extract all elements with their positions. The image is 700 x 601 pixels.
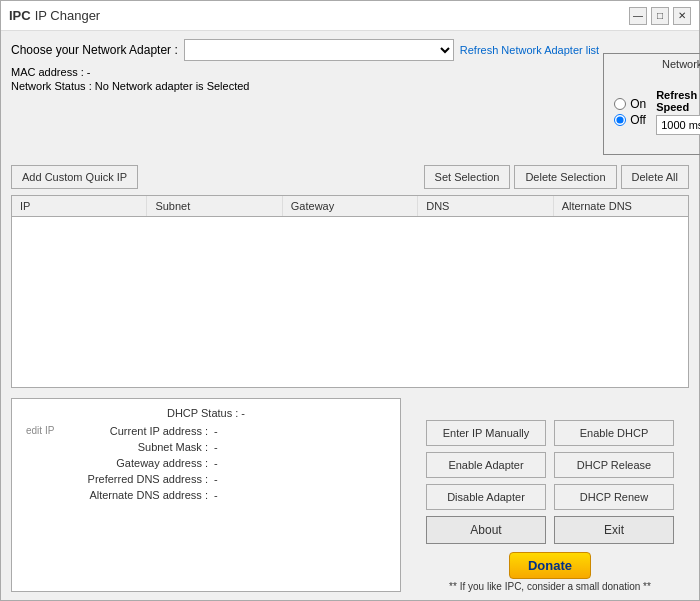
- subnet-label: Subnet Mask :: [64, 441, 214, 453]
- adapter-label: Choose your Network Adapter :: [11, 43, 178, 57]
- enter-ip-manually-button[interactable]: Enter IP Manually: [426, 420, 546, 446]
- dns-value: -: [214, 473, 218, 485]
- dns-row: Preferred DNS address : -: [64, 473, 388, 485]
- main-window: IPC IP Changer — □ ✕ Choose your Network…: [0, 0, 700, 601]
- delete-all-button[interactable]: Delete All: [621, 165, 689, 189]
- maximize-button[interactable]: □: [651, 7, 669, 25]
- toolbar-right-btns: Set Selection Delete Selection Delete Al…: [424, 165, 689, 189]
- col-ip: IP: [12, 196, 147, 216]
- network-usage-inner: On Off Refresh Speed 1000 ms 500 ms: [614, 74, 700, 150]
- add-custom-quick-ip-button[interactable]: Add Custom Quick IP: [11, 165, 138, 189]
- radio-off-row: Off: [614, 113, 646, 127]
- gateway-label: Gateway address :: [64, 457, 214, 469]
- set-selection-button[interactable]: Set Selection: [424, 165, 511, 189]
- exit-button[interactable]: Exit: [554, 516, 674, 544]
- col-dns: DNS: [418, 196, 553, 216]
- enable-dhcp-button[interactable]: Enable DHCP: [554, 420, 674, 446]
- radio-on[interactable]: [614, 98, 626, 110]
- ip-table: IP Subnet Gateway DNS Alternate DNS: [11, 195, 689, 388]
- alt-dns-label: Alternate DNS address :: [64, 489, 214, 501]
- dhcp-value: -: [241, 407, 245, 419]
- radio-off-label: Off: [630, 113, 646, 127]
- btn-row-1: Enter IP Manually Enable DHCP: [411, 420, 689, 446]
- refresh-adapter-link[interactable]: Refresh Network Adapter list: [460, 44, 599, 56]
- btn-row-2: Enable Adapter DHCP Release: [411, 452, 689, 478]
- col-gateway: Gateway: [283, 196, 418, 216]
- refresh-speed-label: Refresh Speed: [656, 89, 700, 113]
- donate-section: Donate ** If you like IPC, consider a sm…: [449, 552, 651, 592]
- subnet-value: -: [214, 441, 218, 453]
- col-subnet: Subnet: [147, 196, 282, 216]
- edit-ip-area: edit IP Current IP address : - Subnet Ma…: [24, 425, 388, 501]
- action-buttons-panel: Enter IP Manually Enable DHCP Enable Ada…: [411, 398, 689, 592]
- radio-off[interactable]: [614, 114, 626, 126]
- title-bar: IPC IP Changer — □ ✕: [1, 1, 699, 31]
- alt-dns-value: -: [214, 489, 218, 501]
- mac-label: MAC address :: [11, 66, 84, 78]
- btn-row-3: Disable Adapter DHCP Renew: [411, 484, 689, 510]
- refresh-speed-col: Refresh Speed 1000 ms 500 ms 2000 ms: [656, 89, 700, 135]
- table-header: IP Subnet Gateway DNS Alternate DNS: [12, 196, 688, 217]
- toolbar-row: Add Custom Quick IP Set Selection Delete…: [11, 165, 689, 189]
- donate-note: ** If you like IPC, consider a small don…: [449, 581, 651, 592]
- current-ip-label: Current IP address :: [64, 425, 214, 437]
- dhcp-status-row: DHCP Status : -: [24, 407, 388, 419]
- donate-button[interactable]: Donate: [509, 552, 591, 579]
- enable-adapter-button[interactable]: Enable Adapter: [426, 452, 546, 478]
- dhcp-renew-button[interactable]: DHCP Renew: [554, 484, 674, 510]
- title-bar-left: IPC IP Changer: [9, 8, 100, 23]
- gateway-row: Gateway address : -: [64, 457, 388, 469]
- on-off-radio-group: On Off: [614, 97, 646, 127]
- radio-on-label: On: [630, 97, 646, 111]
- col-alt-dns: Alternate DNS: [554, 196, 688, 216]
- delete-selection-button[interactable]: Delete Selection: [514, 165, 616, 189]
- gateway-value: -: [214, 457, 218, 469]
- dns-label: Preferred DNS address :: [64, 473, 214, 485]
- minimize-button[interactable]: —: [629, 7, 647, 25]
- dhcp-release-button[interactable]: DHCP Release: [554, 452, 674, 478]
- table-body: [12, 217, 688, 347]
- network-status-value: No Network adapter is Selected: [95, 80, 250, 92]
- radio-on-row: On: [614, 97, 646, 111]
- current-ip-row: Current IP address : -: [64, 425, 388, 437]
- dhcp-label: DHCP Status :: [167, 407, 238, 419]
- mac-value: -: [87, 66, 91, 78]
- adapter-select[interactable]: [184, 39, 454, 61]
- network-status-label: Network Status :: [11, 80, 92, 92]
- about-button[interactable]: About: [426, 516, 546, 544]
- subnet-row: Subnet Mask : -: [64, 441, 388, 453]
- title-text: IP Changer: [35, 8, 101, 23]
- network-usage-title: Network Usage: [614, 58, 700, 70]
- ip-info-panel: DHCP Status : - edit IP Current IP addre…: [11, 398, 401, 592]
- disable-adapter-button[interactable]: Disable Adapter: [426, 484, 546, 510]
- bottom-section: DHCP Status : - edit IP Current IP addre…: [11, 398, 689, 592]
- alt-dns-row: Alternate DNS address : -: [64, 489, 388, 501]
- close-button[interactable]: ✕: [673, 7, 691, 25]
- refresh-speed-select[interactable]: 1000 ms 500 ms 2000 ms: [656, 115, 700, 135]
- content-area: Choose your Network Adapter : Refresh Ne…: [1, 31, 699, 600]
- mac-address-row: MAC address : -: [11, 66, 599, 78]
- title-ipc: IPC: [9, 8, 31, 23]
- btn-row-4: About Exit: [411, 516, 689, 544]
- current-ip-value: -: [214, 425, 218, 437]
- network-status-row: Network Status : No Network adapter is S…: [11, 80, 599, 92]
- edit-ip-label: edit IP: [26, 425, 54, 436]
- title-bar-controls: — □ ✕: [629, 7, 691, 25]
- network-usage-box: Network Usage On Off: [603, 53, 700, 155]
